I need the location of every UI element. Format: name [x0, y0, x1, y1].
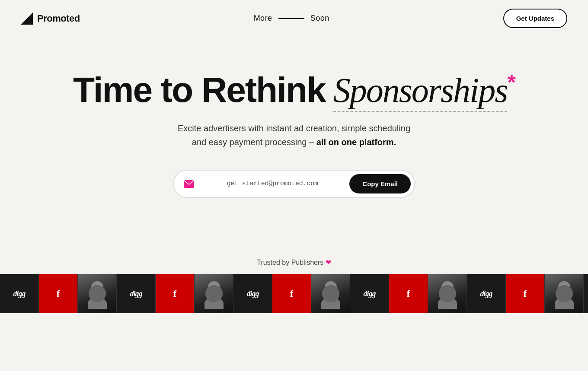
- email-icon: [182, 179, 195, 189]
- trusted-label: Trusted by Publishers ❤: [0, 258, 588, 266]
- heart-icon: ❤: [326, 259, 331, 266]
- logo-item: f: [156, 274, 195, 313]
- logo-item: digg: [233, 274, 272, 313]
- email-widget: get_started@promoted.com Copy Email: [173, 170, 415, 198]
- hero-title-regular: Time to Rethink: [73, 71, 326, 108]
- logo-item: [311, 274, 350, 313]
- logo-item: digg: [350, 274, 389, 313]
- nav-more-label: More: [254, 14, 272, 23]
- logo-item: f: [389, 274, 428, 313]
- logo-item: f: [506, 274, 545, 313]
- logo-item: digg: [584, 274, 588, 313]
- logo-icon: [21, 13, 33, 25]
- hero-title-script: Sponsorships: [333, 71, 508, 112]
- trusted-text: Trusted by Publishers: [257, 259, 323, 266]
- logo-strip-container: diggfdiggfdiggfdiggfdiggfdiggfdiggfdiggf…: [0, 274, 588, 313]
- nav-divider-line: [278, 18, 304, 19]
- logo-item: f: [39, 274, 78, 313]
- logo-strip: diggfdiggfdiggfdiggfdiggfdiggfdiggfdiggf…: [0, 274, 588, 313]
- email-address: get_started@promoted.com: [201, 180, 344, 187]
- logo-item: [428, 274, 467, 313]
- logo-item: digg: [0, 274, 39, 313]
- logo-item: [195, 274, 233, 313]
- logo[interactable]: Promoted: [21, 13, 80, 25]
- logo-item: [545, 274, 584, 313]
- hero-subtitle-line1: Excite advertisers with instant ad creat…: [178, 124, 410, 133]
- logo-text: Promoted: [37, 13, 80, 24]
- hero-title-script-wrapper: Sponsorships*: [333, 71, 515, 108]
- logo-item: [78, 274, 117, 313]
- hero-subtitle-bold: all on one platform.: [316, 137, 396, 147]
- nav-soon-label: Soon: [310, 14, 329, 23]
- hero-subtitle-line2: and easy payment processing –: [192, 137, 314, 147]
- svg-marker-0: [21, 13, 33, 25]
- hero-subtitle: Excite advertisers with instant ad creat…: [178, 121, 410, 149]
- nav-center: More Soon: [254, 14, 329, 23]
- logo-item: digg: [467, 274, 506, 313]
- navbar: Promoted More Soon Get Updates: [0, 0, 588, 37]
- hero-section: Time to Rethink Sponsorships* Excite adv…: [0, 37, 588, 224]
- trusted-section: Trusted by Publishers ❤: [0, 258, 588, 266]
- logo-item: digg: [117, 274, 156, 313]
- hero-title-asterisk: *: [507, 70, 514, 95]
- copy-email-button[interactable]: Copy Email: [349, 174, 411, 193]
- get-updates-button[interactable]: Get Updates: [503, 9, 567, 28]
- hero-title: Time to Rethink Sponsorships*: [73, 71, 515, 108]
- logo-item: f: [272, 274, 311, 313]
